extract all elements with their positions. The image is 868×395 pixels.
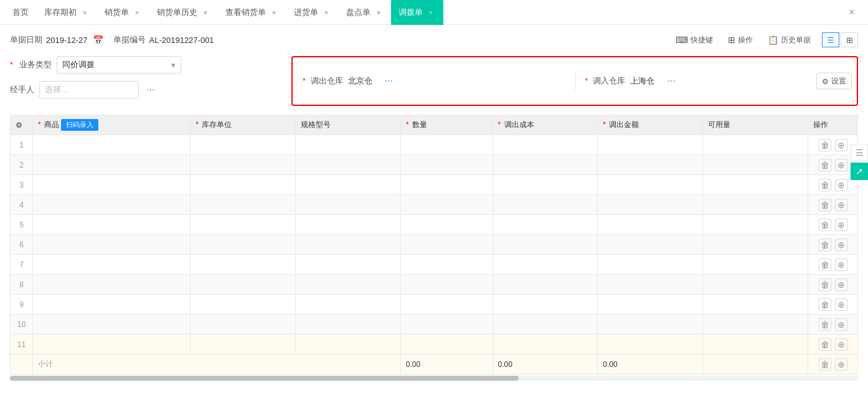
- row-avail[interactable]: [703, 195, 808, 215]
- row-qty[interactable]: [400, 215, 493, 235]
- row-spec[interactable]: [296, 235, 401, 255]
- scan-button[interactable]: 扫码录入: [61, 119, 98, 131]
- horizontal-scrollbar[interactable]: [10, 376, 858, 381]
- subtotal-delete-icon[interactable]: 🗑: [819, 358, 831, 371]
- row-cost[interactable]: [493, 175, 598, 195]
- calendar-icon[interactable]: 📅: [93, 35, 103, 45]
- delete-icon[interactable]: 🗑: [819, 338, 831, 351]
- row-amount[interactable]: [598, 255, 703, 275]
- row-amount[interactable]: [598, 335, 703, 355]
- tab-close-stocktake[interactable]: ×: [374, 8, 383, 17]
- row-cost[interactable]: [493, 195, 598, 215]
- row-unit[interactable]: [191, 295, 296, 315]
- row-product[interactable]: [33, 255, 191, 275]
- row-qty[interactable]: [400, 255, 493, 275]
- tab-inventory-init[interactable]: 库存期初 ×: [37, 0, 97, 25]
- row-amount[interactable]: [598, 215, 703, 235]
- tab-close-purchase-order[interactable]: ×: [322, 8, 331, 17]
- row-avail[interactable]: [703, 335, 808, 355]
- date-value[interactable]: 2019-12-27: [46, 36, 88, 45]
- row-qty[interactable]: [400, 235, 493, 255]
- row-cost[interactable]: [493, 255, 598, 275]
- business-type-select[interactable]: 同价调拨 ▾: [57, 56, 181, 74]
- delete-icon[interactable]: 🗑: [819, 298, 831, 311]
- row-avail[interactable]: [703, 295, 808, 315]
- row-amount[interactable]: [598, 175, 703, 195]
- row-qty[interactable]: [400, 335, 493, 355]
- row-unit[interactable]: [191, 315, 296, 335]
- row-spec[interactable]: [296, 135, 401, 155]
- tab-close-transfer[interactable]: ×: [427, 8, 435, 17]
- tab-stocktake[interactable]: 盘点单 ×: [339, 0, 391, 25]
- row-cost[interactable]: [493, 135, 598, 155]
- delete-icon[interactable]: 🗑: [819, 259, 831, 271]
- row-product[interactable]: [33, 335, 191, 355]
- row-cost[interactable]: [493, 315, 598, 335]
- copy-icon[interactable]: ⊕: [835, 298, 847, 311]
- row-amount[interactable]: [598, 315, 703, 335]
- delete-icon[interactable]: 🗑: [819, 199, 831, 211]
- tab-view-sales[interactable]: 查看销货单 ×: [218, 0, 286, 25]
- copy-icon[interactable]: ⊕: [835, 318, 847, 331]
- row-qty[interactable]: [400, 275, 493, 295]
- row-product[interactable]: [33, 135, 191, 155]
- tab-sales-history[interactable]: 销货单历史 ×: [149, 0, 218, 25]
- warehouse-out-value[interactable]: 北京仓: [348, 75, 372, 87]
- shortcuts-button[interactable]: ⌨ 快捷键: [672, 34, 717, 47]
- row-spec[interactable]: [296, 275, 401, 295]
- row-avail[interactable]: [703, 255, 808, 275]
- row-product[interactable]: [33, 195, 191, 215]
- row-qty[interactable]: [400, 295, 493, 315]
- row-avail[interactable]: [703, 315, 808, 335]
- row-avail[interactable]: [703, 215, 808, 235]
- row-spec[interactable]: [296, 255, 401, 275]
- row-cost[interactable]: [493, 275, 598, 295]
- row-product[interactable]: [33, 215, 191, 235]
- row-qty[interactable]: [400, 195, 493, 215]
- row-amount[interactable]: [598, 155, 703, 175]
- copy-icon[interactable]: ⊕: [835, 338, 847, 351]
- row-amount[interactable]: [598, 135, 703, 155]
- row-product[interactable]: [33, 235, 191, 255]
- operations-button[interactable]: ⊞ 操作: [724, 34, 757, 47]
- handler-input[interactable]: 选择...: [39, 81, 139, 98]
- delete-icon[interactable]: 🗑: [819, 219, 831, 231]
- tab-close-sales-order[interactable]: ×: [133, 8, 141, 17]
- row-qty[interactable]: [400, 155, 493, 175]
- side-panel-export-button[interactable]: ↗: [851, 163, 868, 180]
- tab-transfer[interactable]: 调拨单 ×: [391, 0, 443, 25]
- row-unit[interactable]: [191, 215, 296, 235]
- history-button[interactable]: 📋 历史单据: [764, 34, 814, 47]
- delete-icon[interactable]: 🗑: [819, 239, 831, 251]
- row-amount[interactable]: [598, 195, 703, 215]
- row-product[interactable]: [33, 155, 191, 175]
- row-cost[interactable]: [493, 155, 598, 175]
- row-product[interactable]: [33, 275, 191, 295]
- row-unit[interactable]: [191, 335, 296, 355]
- delete-icon[interactable]: 🗑: [819, 139, 831, 151]
- tab-home[interactable]: 首页: [5, 0, 37, 25]
- row-cost[interactable]: [493, 215, 598, 235]
- tab-close-sales-history[interactable]: ×: [201, 8, 210, 17]
- row-spec[interactable]: [296, 315, 401, 335]
- copy-icon[interactable]: ⊕: [835, 239, 847, 251]
- col-settings-header[interactable]: ⚙: [11, 115, 33, 135]
- delete-icon[interactable]: 🗑: [819, 159, 831, 171]
- row-cost[interactable]: [493, 335, 598, 355]
- row-avail[interactable]: [703, 135, 808, 155]
- row-spec[interactable]: [296, 295, 401, 315]
- view-grid-button[interactable]: ⊞: [841, 32, 858, 47]
- row-unit[interactable]: [191, 275, 296, 295]
- row-amount[interactable]: [598, 235, 703, 255]
- row-avail[interactable]: [703, 155, 808, 175]
- warehouse-out-more-button[interactable]: ···: [382, 75, 395, 87]
- warehouse-in-more-button[interactable]: ···: [664, 75, 677, 87]
- scrollbar-thumb[interactable]: [10, 376, 519, 381]
- tab-sales-order[interactable]: 销货单 ×: [97, 0, 149, 25]
- copy-icon[interactable]: ⊕: [835, 219, 847, 231]
- row-spec[interactable]: [296, 155, 401, 175]
- row-amount[interactable]: [598, 275, 703, 295]
- row-qty[interactable]: [400, 135, 493, 155]
- window-close-button[interactable]: ×: [841, 1, 863, 24]
- row-spec[interactable]: [296, 215, 401, 235]
